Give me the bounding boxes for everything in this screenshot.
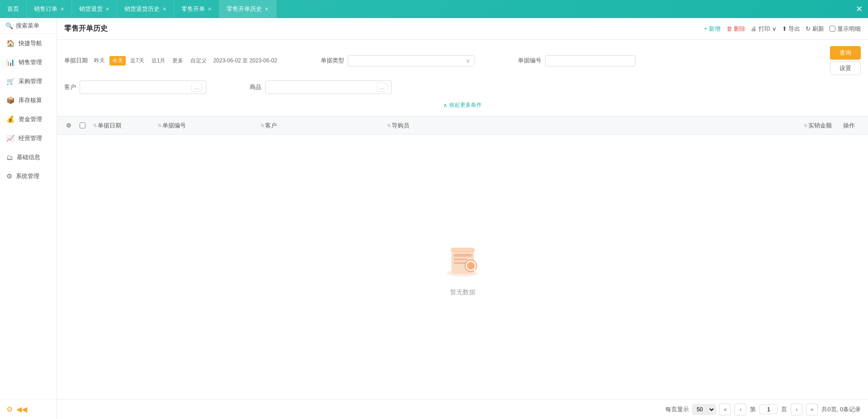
tab-retail-open[interactable]: 零售开单 ✕ <box>174 0 219 18</box>
sidebar-item-finance[interactable]: 💰 资金管理 <box>0 110 57 129</box>
main-layout: 🔍 搜索菜单 🏠 快捷导航 📊 销售管理 🛒 采购管理 📦 库存核算 💰 资金管… <box>0 18 868 419</box>
inventory-icon: 📦 <box>6 96 15 104</box>
th-guide[interactable]: ⇅ 导购员 <box>384 122 462 130</box>
doc-no-input[interactable] <box>545 55 636 66</box>
tab-sales-order-close[interactable]: ✕ <box>60 6 64 12</box>
first-page-btn[interactable]: « <box>719 404 731 415</box>
base-info-icon: 🗂 <box>6 154 13 161</box>
sort-icon-date: ⇅ <box>93 123 97 128</box>
print-dropdown-icon[interactable]: ∨ <box>772 25 777 32</box>
collapse-up-icon: ∧ <box>443 102 447 108</box>
new-button[interactable]: + 新增 <box>704 25 721 33</box>
doc-type-label: 单据类型 <box>321 56 344 65</box>
export-button-label: ⬆ 导出 <box>782 25 801 33</box>
sidebar-item-sales-mgmt[interactable]: 📊 销售管理 <box>0 53 57 72</box>
sidebar-item-inventory-label: 库存核算 <box>19 96 42 104</box>
export-button[interactable]: ⬆ 导出 <box>782 25 801 33</box>
date-1month[interactable]: 近1月 <box>149 56 168 66</box>
total-info: 共0页, 0条记录 <box>821 405 861 414</box>
date-more[interactable]: 更多 <box>170 56 186 66</box>
collapse-bar[interactable]: ∧ 收起更多条件 <box>64 99 861 113</box>
setting-button[interactable]: 设置 <box>830 61 861 75</box>
th-customer[interactable]: ⇅ 客户 <box>257 122 384 130</box>
sidebar-search[interactable]: 🔍 搜索菜单 <box>0 18 57 34</box>
toolbar: 零售开单历史 + 新增 🗑 删除 🖨 打印 ∨ ⬆ 导出 ↻ 刷新 <box>57 18 868 40</box>
refresh-button[interactable]: ↻ 刷新 <box>806 25 824 33</box>
query-buttons: 查询 设置 <box>830 46 861 75</box>
sidebar-item-quick-nav[interactable]: 🏠 快捷导航 <box>0 34 57 53</box>
th-date-label: 单据日期 <box>98 122 121 130</box>
date-label: 单据日期 <box>64 56 88 65</box>
refresh-button-label: ↻ 刷新 <box>806 25 824 33</box>
date-today[interactable]: 今天 <box>109 56 126 66</box>
sidebar-bottom: ⚙ ◀◀ <box>0 399 57 419</box>
last-page-btn[interactable]: » <box>806 404 818 415</box>
tab-sales-return-label: 销货退货 <box>79 5 103 13</box>
tab-sales-return-history-close[interactable]: ✕ <box>162 6 166 12</box>
th-amount[interactable]: ⇅ 实销金额 <box>757 122 835 130</box>
doc-no-field: 单据编号 <box>518 55 636 66</box>
date-group: 昨天 今天 近7天 近1月 更多 自定义 <box>91 56 209 66</box>
tab-home-label: 首页 <box>7 5 19 13</box>
doc-type-field: 单据类型 ∨ <box>321 55 474 66</box>
tab-sales-return-close[interactable]: ✕ <box>105 6 109 12</box>
show-detail-checkbox[interactable]: 显示明细 <box>830 25 861 33</box>
print-button[interactable]: 🖨 打印 ∨ <box>751 25 777 33</box>
sort-icon-amount: ⇅ <box>804 123 807 128</box>
tab-home[interactable]: 首页 <box>0 0 27 18</box>
content-area: 零售开单历史 + 新增 🗑 删除 🖨 打印 ∨ ⬆ 导出 ↻ 刷新 <box>57 18 868 419</box>
goods-more-icon[interactable]: ... <box>377 83 388 92</box>
th-date[interactable]: ⇅ 单据日期 <box>90 122 154 130</box>
th-number[interactable]: ⇅ 单据编号 <box>154 122 257 130</box>
th-settings[interactable]: ⚙ <box>62 122 76 129</box>
sidebar-item-system[interactable]: ⚙ 系统管理 <box>0 167 57 186</box>
per-page-select[interactable]: 50 100 200 <box>693 405 716 414</box>
empty-illustration <box>440 238 485 283</box>
tab-sales-return[interactable]: 销货退货 ✕ <box>72 0 117 18</box>
tab-retail-open-history-close[interactable]: ✕ <box>265 6 269 12</box>
settings-gear-icon[interactable]: ⚙ <box>6 405 13 414</box>
sidebar-item-quick-nav-label: 快捷导航 <box>19 39 42 47</box>
show-detail-input[interactable] <box>830 26 835 32</box>
sidebar: 🔍 搜索菜单 🏠 快捷导航 📊 销售管理 🛒 采购管理 📦 库存核算 💰 资金管… <box>0 18 57 419</box>
tab-sales-order[interactable]: 销售订单 ✕ <box>27 0 72 18</box>
date-yesterday[interactable]: 昨天 <box>91 56 108 66</box>
customer-more-icon[interactable]: ... <box>191 83 202 92</box>
settings-icon[interactable]: ⚙ <box>66 122 71 129</box>
customer-select[interactable]: ... <box>80 80 206 94</box>
sidebar-collapse-icon[interactable]: ◀◀ <box>16 405 27 414</box>
sidebar-item-purchase-mgmt[interactable]: 🛒 采购管理 <box>0 72 57 91</box>
quick-nav-icon: 🏠 <box>6 39 15 47</box>
window-close-btn[interactable]: ✕ <box>856 4 863 14</box>
pagination: 每页显示 50 100 200 « ‹ 第 页 › » 共0页, 0条记录 <box>57 399 868 419</box>
sidebar-item-system-label: 系统管理 <box>16 172 39 180</box>
current-page-input[interactable] <box>759 405 778 414</box>
search-panel: 单据日期 昨天 今天 近7天 近1月 更多 自定义 2023-06-02 至 2… <box>57 40 868 117</box>
tab-retail-open-history[interactable]: 零售开单历史 ✕ <box>219 0 276 18</box>
tab-retail-open-close[interactable]: ✕ <box>208 6 212 12</box>
date-7days[interactable]: 近7天 <box>128 56 147 66</box>
delete-button[interactable]: 🗑 删除 <box>726 25 746 33</box>
query-button[interactable]: 查询 <box>830 46 861 60</box>
select-all-checkbox[interactable] <box>80 122 85 128</box>
purchase-icon: 🛒 <box>6 77 15 85</box>
next-page-btn[interactable]: › <box>791 404 802 415</box>
sidebar-item-operations[interactable]: 📈 经营管理 <box>0 129 57 148</box>
sidebar-item-base-info[interactable]: 🗂 基础信息 <box>0 148 57 167</box>
search-row-1: 单据日期 昨天 今天 近7天 近1月 更多 自定义 2023-06-02 至 2… <box>64 46 861 75</box>
doc-type-dropdown-icon: ∨ <box>466 57 470 64</box>
customer-label: 客户 <box>64 83 76 91</box>
goods-select[interactable]: ... <box>265 80 392 94</box>
table-header: ⚙ ⇅ 单据日期 ⇅ 单据编号 ⇅ 客户 ⇅ <box>57 117 868 135</box>
th-checkbox[interactable] <box>76 122 90 128</box>
sidebar-item-purchase-label: 采购管理 <box>19 77 42 85</box>
tab-sales-order-label: 销售订单 <box>34 5 57 13</box>
sort-icon-guide: ⇅ <box>387 123 391 128</box>
tab-sales-return-history[interactable]: 销货退货历史 ✕ <box>117 0 174 18</box>
sidebar-item-inventory[interactable]: 📦 库存核算 <box>0 91 57 110</box>
date-custom[interactable]: 自定义 <box>188 56 209 66</box>
prev-page-btn[interactable]: ‹ <box>735 404 746 415</box>
toolbar-actions: + 新增 🗑 删除 🖨 打印 ∨ ⬆ 导出 ↻ 刷新 显示明细 <box>704 25 861 33</box>
doc-type-select[interactable]: ∨ <box>348 55 474 66</box>
doc-no-label: 单据编号 <box>518 56 541 65</box>
